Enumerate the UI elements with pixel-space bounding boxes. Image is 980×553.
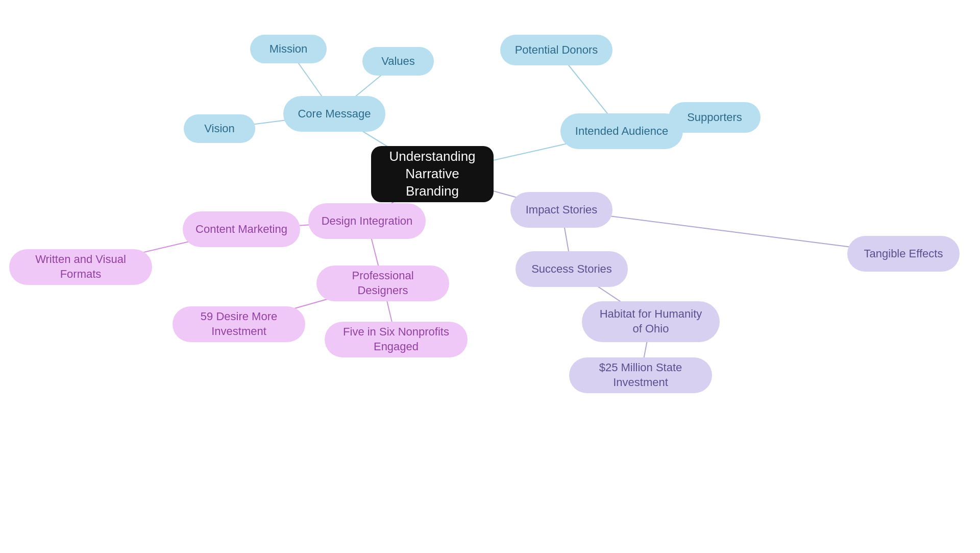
node-values[interactable]: Values — [362, 47, 434, 76]
node-success-stories[interactable]: Success Stories — [516, 251, 628, 287]
node-59-desire[interactable]: 59 Desire More Investment — [173, 306, 305, 342]
node-impact-stories[interactable]: Impact Stories — [510, 192, 612, 228]
node-supporters[interactable]: Supporters — [669, 102, 761, 133]
center-node[interactable]: Understanding Narrative Branding — [371, 146, 494, 202]
node-tangible-effects[interactable]: Tangible Effects — [847, 236, 960, 272]
node-vision[interactable]: Vision — [184, 114, 255, 143]
node-potential-donors[interactable]: Potential Donors — [500, 35, 612, 65]
node-core-message[interactable]: Core Message — [283, 96, 385, 132]
center-label: Understanding Narrative Branding — [389, 148, 475, 200]
node-intended-audience[interactable]: Intended Audience — [560, 113, 683, 149]
node-content-marketing[interactable]: Content Marketing — [183, 211, 300, 247]
node-25million[interactable]: $25 Million State Investment — [569, 357, 712, 393]
node-written-visual[interactable]: Written and Visual Formats — [9, 249, 152, 285]
node-habitat[interactable]: Habitat for Humanity of Ohio — [582, 301, 720, 342]
node-professional-designers[interactable]: Professional Designers — [316, 266, 449, 301]
node-five-in-six[interactable]: Five in Six Nonprofits Engaged — [325, 322, 468, 357]
node-mission[interactable]: Mission — [250, 35, 327, 63]
node-design-integration[interactable]: Design Integration — [308, 203, 426, 239]
